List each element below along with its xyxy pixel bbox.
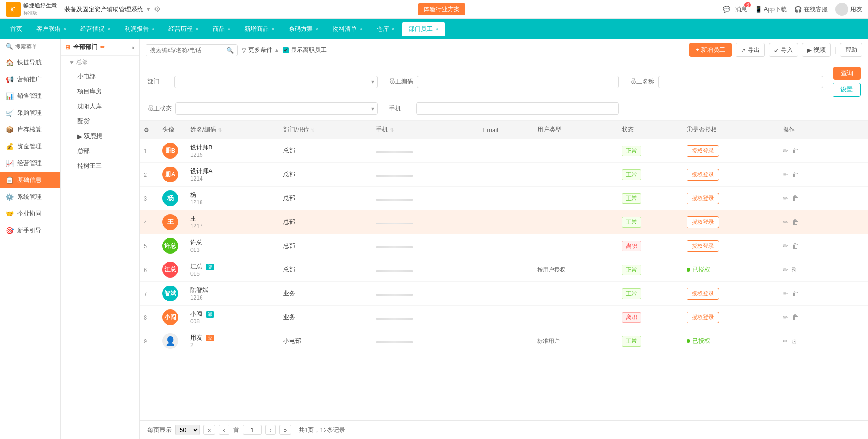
delete-icon[interactable]: 🗑	[792, 290, 799, 297]
close-bom-tab[interactable]: ×	[360, 26, 362, 32]
close-new-goods-tab[interactable]: ×	[271, 26, 274, 32]
auth-button[interactable]: 授权登录	[687, 145, 719, 157]
th-settings[interactable]: ⚙	[140, 121, 159, 139]
search-input[interactable]	[150, 47, 224, 54]
phone-filter-input[interactable]	[416, 102, 619, 115]
import-button[interactable]: ↙ 导入	[769, 43, 798, 57]
dept-item-shenyang[interactable]: 沈阳大库	[64, 99, 139, 114]
next-page-button[interactable]: ›	[265, 425, 276, 435]
row-auth[interactable]: 授权登录	[683, 234, 779, 258]
sidebar-item-inventory[interactable]: 📦库存核算	[0, 121, 60, 138]
filter-more-button[interactable]: ▽ 更多条件 ▲	[242, 46, 279, 54]
show-left-checkbox-label[interactable]: 显示离职员工	[283, 46, 327, 54]
sidebar-item-system[interactable]: ⚙️系统管理	[0, 188, 60, 205]
sidebar-item-guide[interactable]: 🎯新手引导	[0, 222, 60, 239]
dept-item-shuanglu[interactable]: ▶ 双鹿想	[64, 129, 139, 144]
add-employee-button[interactable]: + 新增员工	[689, 43, 732, 57]
user-area[interactable]: 用友	[835, 3, 862, 16]
tab-history[interactable]: 经营历程×	[162, 22, 205, 36]
tab-profit[interactable]: 利润报告×	[118, 22, 161, 36]
sidebar-item-purchase[interactable]: 🛒采购管理	[0, 105, 60, 121]
settings-icon[interactable]: ⚙	[154, 5, 160, 14]
search-button[interactable]: 查询	[833, 67, 861, 80]
tab-operation[interactable]: 经营情况×	[74, 22, 117, 36]
sidebar-item-sales[interactable]: 📊销售管理	[0, 88, 60, 105]
delete-icon[interactable]: 🗑	[792, 171, 799, 178]
page-size-select[interactable]: 50 100	[175, 425, 200, 435]
view-button[interactable]: ▶ 视频	[802, 43, 831, 57]
tab-bom[interactable]: 物料清单×	[326, 22, 369, 36]
sidebar-item-quicknav[interactable]: 🏠快捷导航	[0, 54, 60, 71]
auth-button[interactable]: 授权登录	[687, 240, 719, 252]
app-download[interactable]: 📱 App下载	[755, 5, 787, 14]
edit-icon[interactable]: ✏	[783, 218, 788, 226]
search-box[interactable]: 🔍	[146, 44, 238, 56]
dept-edit-icon[interactable]: ✏	[100, 44, 105, 50]
th-dept[interactable]: 部门/职位 ⇅	[279, 121, 372, 139]
edit-icon[interactable]: ✏	[783, 337, 788, 345]
auth-button[interactable]: 授权登录	[687, 216, 719, 228]
prev-page-button[interactable]: ‹	[219, 425, 229, 435]
sidebar-item-collab[interactable]: 🤝企业协同	[0, 205, 60, 222]
page-input[interactable]	[243, 425, 262, 435]
auth-button[interactable]: 授权登录	[687, 312, 719, 323]
dept-item-zongbu2[interactable]: 总部	[64, 144, 139, 159]
tab-warehouse[interactable]: 仓库×	[370, 22, 401, 36]
dept-select[interactable]	[174, 76, 378, 88]
close-barcode-tab[interactable]: ×	[316, 26, 319, 32]
copy-icon[interactable]: ⎘	[792, 337, 796, 345]
tab-home[interactable]: 首页	[4, 22, 29, 36]
set-button[interactable]: 设置	[833, 83, 861, 97]
auth-button[interactable]: 授权登录	[687, 169, 719, 181]
row-auth[interactable]: 授权登录	[683, 210, 779, 234]
sidebar-item-business[interactable]: 📈经营管理	[0, 155, 60, 172]
status-select[interactable]	[175, 102, 378, 115]
emp-code-filter-input[interactable]	[417, 76, 619, 88]
last-page-button[interactable]: »	[279, 425, 291, 435]
close-customer-tab[interactable]: ×	[63, 26, 66, 32]
th-name[interactable]: 姓名/编码 ⇅	[187, 121, 279, 139]
dept-item-peihuo[interactable]: 配货	[64, 114, 139, 129]
delete-icon[interactable]: 🗑	[792, 218, 799, 226]
first-page-button[interactable]: «	[203, 425, 215, 435]
tab-new-goods[interactable]: 新增商品×	[238, 22, 281, 36]
online-service[interactable]: 🎧 在线客服	[794, 5, 828, 14]
edit-icon[interactable]: ✏	[783, 147, 788, 154]
auth-button[interactable]: 授权登录	[687, 193, 719, 204]
export-button[interactable]: ↗ 导出	[736, 43, 765, 57]
edit-icon[interactable]: ✏	[783, 195, 788, 202]
tab-barcode[interactable]: 条码方案×	[282, 22, 325, 36]
emp-name-filter-input[interactable]	[658, 76, 823, 88]
edit-icon[interactable]: ✏	[783, 314, 788, 321]
system-title-arrow[interactable]: ▾	[147, 6, 150, 13]
sidebar-search-input[interactable]	[15, 43, 57, 50]
dept-item-nanshu[interactable]: 楠树王三	[64, 159, 139, 174]
tab-goods[interactable]: 商品×	[206, 22, 237, 36]
close-warehouse-tab[interactable]: ×	[392, 26, 395, 32]
edit-icon[interactable]: ✏	[783, 242, 788, 250]
delete-icon[interactable]: 🗑	[792, 147, 799, 154]
delete-icon[interactable]: 🗑	[792, 195, 799, 202]
row-auth[interactable]: 授权登录	[683, 306, 779, 329]
show-left-checkbox[interactable]	[283, 47, 289, 53]
close-profit-tab[interactable]: ×	[152, 26, 154, 32]
sidebar-item-finance[interactable]: 💰资金管理	[0, 138, 60, 155]
delete-icon[interactable]: 🗑	[792, 314, 799, 321]
edit-icon[interactable]: ✏	[783, 171, 788, 178]
auth-button[interactable]: 授权登录	[687, 288, 719, 300]
dept-item-xiaodian[interactable]: 小电部	[64, 69, 139, 84]
sidebar-item-marketing[interactable]: 📢营销推广	[0, 71, 60, 88]
close-history-tab[interactable]: ×	[195, 26, 198, 32]
close-goods-tab[interactable]: ×	[228, 26, 230, 32]
trial-button[interactable]: 体验行业方案	[418, 3, 465, 15]
close-operation-tab[interactable]: ×	[107, 26, 110, 32]
row-auth[interactable]: 授权登录	[683, 139, 779, 163]
edit-icon[interactable]: ✏	[783, 290, 788, 297]
row-auth[interactable]: 授权登录	[683, 282, 779, 306]
close-dept-tab[interactable]: ×	[436, 26, 438, 32]
delete-icon[interactable]: 🗑	[792, 242, 799, 250]
copy-icon[interactable]: ⎘	[792, 266, 796, 273]
message-icon-container[interactable]: 💬 6 消息	[723, 5, 747, 14]
row-auth[interactable]: 授权登录	[683, 163, 779, 187]
th-phone[interactable]: 手机 ⇅	[372, 121, 479, 139]
